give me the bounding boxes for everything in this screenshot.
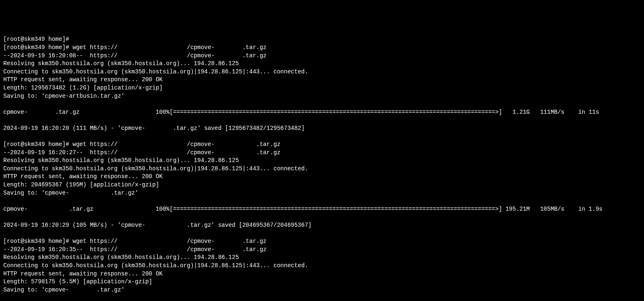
terminal-line: Saving to: 'cpmove- .tar.gz' xyxy=(3,189,641,198)
terminal-line: cpmove- .tar.gz 100%[===================… xyxy=(3,108,641,117)
terminal-line: Connecting to skm350.hostsila.org (skm35… xyxy=(3,262,641,270)
terminal-line: cpmove- .tar.gz 100%[===================… xyxy=(3,205,641,214)
terminal-line: Length: 5798175 (5.5M) [application/x-gz… xyxy=(3,278,641,286)
terminal-line xyxy=(3,116,641,125)
terminal-line: Connecting to skm350.hostsila.org (skm35… xyxy=(3,68,641,76)
terminal-line: [root@skm349 home]# wget https:// /cpmov… xyxy=(3,44,641,52)
terminal-line: 2024-09-19 16:20:20 (111 MB/s) - 'cpmove… xyxy=(3,125,641,133)
terminal-line: --2024-09-19 16:20:08-- https:// /cpmove… xyxy=(3,52,641,60)
terminal-line: Saving to: 'cpmove-artbusin.tar.gz' xyxy=(3,92,641,101)
terminal-line xyxy=(3,197,641,205)
terminal-line: Resolving skm350.hostsila.org (skm350.ho… xyxy=(3,60,641,68)
terminal-line: 2024-09-19 16:20:29 (105 MB/s) - 'cpmove… xyxy=(3,221,641,230)
terminal-line: Length: 204695367 (195M) [application/x-… xyxy=(3,181,641,189)
terminal-line: --2024-09-19 16:20:35-- https:// /cpmove… xyxy=(3,246,641,254)
terminal-line: Resolving skm350.hostsila.org (skm350.ho… xyxy=(3,157,641,165)
terminal-line xyxy=(3,294,641,301)
terminal-output[interactable]: [root@skm349 home]#[root@skm349 home]# w… xyxy=(3,35,641,301)
terminal-line: Saving to: 'cpmove- .tar.gz' xyxy=(3,286,641,294)
terminal-line: [root@skm349 home]# xyxy=(3,35,641,44)
terminal-line xyxy=(3,100,641,108)
terminal-line: Connecting to skm350.hostsila.org (skm35… xyxy=(3,165,641,173)
terminal-line: Resolving skm350.hostsila.org (skm350.ho… xyxy=(3,254,641,262)
terminal-line xyxy=(3,133,641,141)
terminal-line: HTTP request sent, awaiting response... … xyxy=(3,76,641,84)
terminal-line xyxy=(3,230,641,238)
terminal-line: HTTP request sent, awaiting response... … xyxy=(3,173,641,181)
terminal-line: HTTP request sent, awaiting response... … xyxy=(3,270,641,278)
terminal-line: --2024-09-19 16:20:27-- https:// /cpmove… xyxy=(3,149,641,157)
terminal-line: [root@skm349 home]# wget https:// /cpmov… xyxy=(3,238,641,246)
terminal-line xyxy=(3,213,641,221)
terminal-line: Length: 1295673482 (1.2G) [application/x… xyxy=(3,84,641,92)
terminal-line: [root@skm349 home]# wget https:// /cpmov… xyxy=(3,141,641,149)
